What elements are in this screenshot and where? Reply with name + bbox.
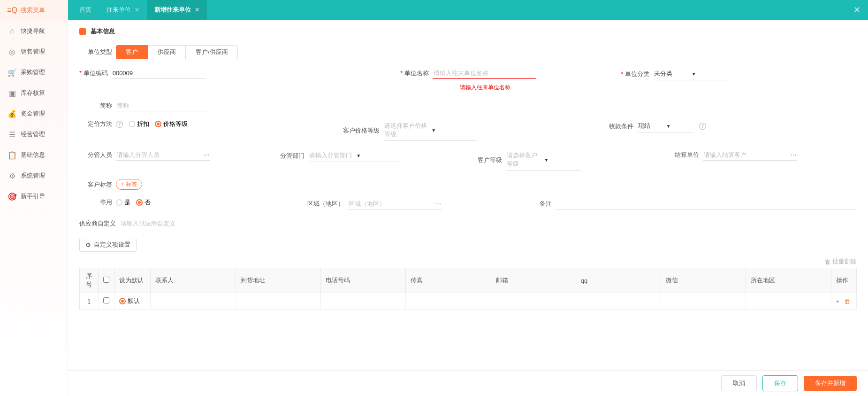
col-wechat: 微信 (661, 268, 746, 293)
unit-code-input[interactable] (112, 68, 206, 79)
unit-name-error: 请输入往来单位名称 (460, 84, 510, 92)
sidebar-item-operations-label: 经营管理 (21, 130, 45, 139)
row-delete-icon[interactable]: 🗑 (844, 298, 850, 305)
unit-category-chevron-icon: ▼ (692, 71, 727, 77)
tab-new-partner-close-icon[interactable]: ✕ (195, 7, 199, 13)
pricing-help-icon[interactable]: ? (116, 121, 123, 128)
disabled-yes-radio (116, 199, 122, 206)
settlement-input[interactable] (703, 149, 789, 160)
unit-category-select[interactable]: 未分类 ▼ (653, 68, 728, 80)
customer-price-select[interactable]: 请选择客户价格等级 ▼ (383, 120, 477, 141)
tab-new-partner[interactable]: 新增往来单位 ✕ (147, 0, 207, 20)
sidebar-item-inventory[interactable]: ▣ 库存核算 (0, 83, 68, 103)
sidebar-item-sales[interactable]: ◎ 销售管理 (0, 41, 68, 62)
unit-name-input[interactable] (433, 68, 536, 79)
sidebar-item-search[interactable]: ≡Q 搜索菜单 (0, 0, 68, 21)
unit-code-label: 单位编码 (79, 69, 108, 78)
sidebar-item-purchase[interactable]: 🛒 采购管理 (0, 62, 68, 83)
tab-partner[interactable]: 往来单位 ✕ (99, 0, 147, 20)
system-icon: ⚙ (8, 171, 17, 180)
cancel-button[interactable]: 取消 (721, 375, 757, 391)
pricing-method-group: 定价方法 ? 折扣 价格等级 (79, 120, 331, 128)
tag-row: 客户标签 + 标签 (79, 179, 857, 190)
pricing-level-label: 价格等级 (163, 120, 188, 128)
operations-icon: ☰ (8, 130, 17, 139)
pricing-level[interactable]: 价格等级 (155, 120, 188, 128)
customer-price-chevron-icon: ▼ (431, 128, 476, 133)
row-phone-input[interactable] (326, 298, 401, 305)
settlement-more-icon[interactable]: ··· (790, 151, 796, 159)
short-name-input[interactable] (116, 100, 210, 111)
manager-input[interactable] (116, 149, 202, 160)
unit-name-label: 单位名称 (400, 69, 429, 78)
tab-partner-close-icon[interactable]: ✕ (135, 7, 139, 13)
row-default-label: 默认 (128, 297, 140, 305)
sidebar-item-finance[interactable]: 💰 资金管理 (0, 103, 68, 124)
row-default-radio-item[interactable]: 默认 (119, 297, 145, 305)
payment-terms-help-icon[interactable]: ? (699, 123, 706, 130)
type-btn-both[interactable]: 客户/供应商 (186, 45, 238, 59)
remark-input[interactable] (556, 198, 857, 210)
select-all-checkbox[interactable] (103, 277, 109, 283)
pricing-discount[interactable]: 折扣 (129, 120, 149, 128)
tab-new-partner-label: 新增往来单位 (154, 6, 191, 14)
custom-settings-button[interactable]: ⚙ 自定义项设置 (79, 238, 137, 252)
row-email-input[interactable] (496, 298, 571, 305)
batch-delete-icon: 🗑 (824, 258, 830, 265)
unit-code-row: 单位编码 单位名称 请输入往来单位名称 单位分类 未分类 ▼ (79, 68, 857, 92)
settlement-label: 结算单位 (671, 151, 699, 159)
col-email: 邮箱 (491, 268, 576, 293)
sidebar-item-beginner[interactable]: 🎯 新手引导 (0, 186, 68, 207)
row-address (236, 293, 320, 310)
sidebar-item-operations[interactable]: ☰ 经营管理 (0, 124, 68, 145)
disabled-no-label: 否 (145, 198, 151, 207)
sidebar-item-basic-info[interactable]: 📋 基础信息 (0, 145, 68, 165)
basic-info-icon: 📋 (8, 150, 17, 160)
department-select[interactable]: 请输入分管部门 ▼ (308, 149, 402, 162)
supplier-custom-row: 供应商自定义 (79, 218, 857, 229)
row-address-input[interactable] (241, 298, 316, 305)
add-tag-button[interactable]: + 标签 (116, 179, 142, 190)
manager-group: 分管人员 ··· (79, 149, 265, 161)
save-new-button[interactable]: 保存并新增 (804, 376, 857, 391)
sidebar-item-system[interactable]: ⚙ 系统管理 (0, 165, 68, 186)
unit-type-row: 单位类型 客户 供应商 客户/供应商 (79, 45, 857, 59)
row-add-icon[interactable]: + (836, 298, 840, 305)
tag-label: 客户标签 (79, 180, 112, 189)
row-checkbox-cell (99, 293, 114, 310)
row-wechat-input[interactable] (666, 298, 741, 305)
pricing-method-label: 定价方法 (79, 120, 112, 128)
region-input[interactable] (348, 198, 434, 209)
tab-home[interactable]: 首页 (72, 0, 99, 20)
sidebar-item-quick-nav[interactable]: ⌂ 快捷导航 (0, 21, 68, 41)
disabled-yes[interactable]: 是 (116, 198, 130, 207)
batch-delete-button[interactable]: 🗑 批量删除 (824, 257, 857, 266)
region-more-icon[interactable]: ··· (435, 200, 441, 208)
region-group: 区域（地区） ··· (306, 198, 522, 210)
supplier-custom-input[interactable] (120, 218, 213, 229)
disabled-group: 停用 是 否 (79, 198, 295, 207)
payment-terms-select[interactable]: 现结 ▼ (637, 120, 693, 132)
sidebar-item-finance-label: 资金管理 (21, 109, 45, 118)
disabled-no[interactable]: 否 (136, 198, 151, 207)
type-btn-customer[interactable]: 客户 (116, 45, 148, 59)
customer-level-select[interactable]: 请选择客户等级 ▼ (506, 149, 581, 171)
window-close-icon[interactable]: ✕ (850, 5, 864, 15)
row-checkbox[interactable] (103, 297, 109, 303)
section-title: 基本信息 (79, 27, 857, 36)
tag-group: 客户标签 + 标签 (79, 179, 857, 190)
custom-settings-gear-icon: ⚙ (85, 241, 91, 248)
manager-more-icon[interactable]: ··· (204, 151, 210, 159)
settlement-group: 结算单位 ··· (671, 149, 857, 161)
row-contact-input[interactable] (155, 298, 230, 305)
purchase-icon: 🛒 (8, 68, 17, 77)
sidebar-item-inventory-label: 库存核算 (21, 89, 45, 97)
save-button[interactable]: 保存 (762, 375, 798, 391)
sidebar: ≡Q 搜索菜单 ⌂ 快捷导航 ◎ 销售管理 🛒 采购管理 ▣ 库存核算 💰 资金… (0, 0, 68, 396)
row-fax-input[interactable] (411, 298, 486, 305)
row-fax (406, 293, 491, 310)
disabled-no-radio (136, 199, 143, 206)
row-region-input[interactable] (751, 298, 826, 305)
type-btn-supplier[interactable]: 供应商 (148, 45, 186, 59)
row-qq-input[interactable] (581, 298, 656, 305)
